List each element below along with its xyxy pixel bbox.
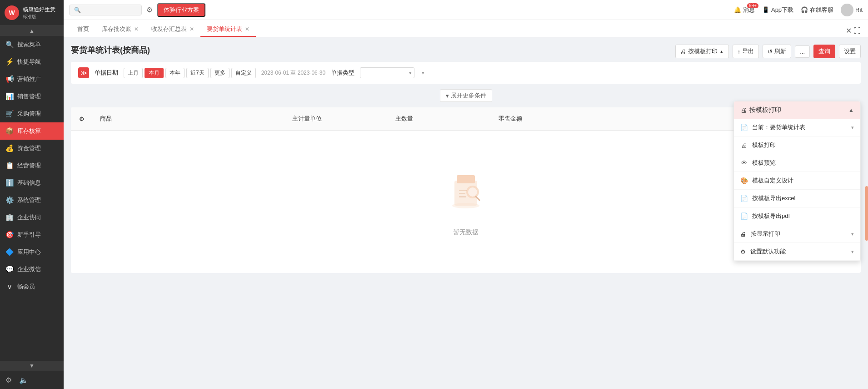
chevron-down-icon: ▼ xyxy=(29,363,35,369)
dropdown-header: 🖨 按模板打印 ▲ xyxy=(734,101,860,119)
printer-icon: 🖨 xyxy=(680,48,686,55)
excel-icon: 📄 xyxy=(740,195,748,202)
print-template-icon: 🖨 xyxy=(740,141,748,149)
user-avatar-button[interactable]: Rit xyxy=(841,4,863,16)
dropdown-current-template[interactable]: 📄 当前：要货单统计表 ▾ xyxy=(734,119,860,136)
tab-batch[interactable]: 库存批次账 ✕ xyxy=(95,22,145,37)
topbar-gear-icon[interactable]: ⚙ xyxy=(146,5,153,14)
sidebar-item-operations[interactable]: 📋 经营管理 xyxy=(0,157,64,174)
type-select-chevron: ▾ xyxy=(422,70,424,76)
sidebar-item-apps[interactable]: 🔷 应用中心 xyxy=(0,243,64,261)
date-this-year[interactable]: 本年 xyxy=(165,68,185,78)
tab-receipts[interactable]: 收发存汇总表 ✕ xyxy=(145,22,200,37)
tab-expand-icon[interactable]: ⛶ xyxy=(853,27,861,35)
dropdown-template-print[interactable]: 🖨 模板打印 xyxy=(734,136,860,154)
member-icon: V xyxy=(5,283,14,290)
type-select[interactable] xyxy=(360,67,414,78)
sidebar-item-enterprise[interactable]: 🏢 企业协同 xyxy=(0,209,64,226)
type-select-wrapper[interactable] xyxy=(360,67,414,78)
refresh-button[interactable]: ↺ 刷新 xyxy=(763,45,791,58)
chevron-up-icon: ▲ xyxy=(29,28,35,34)
table-settings-icon[interactable]: ⚙ xyxy=(79,116,85,122)
content-area: 要货单统计表(按商品) ≫ 单据日期 上月 本月 本年 近7天 更多 自定义 2… xyxy=(64,37,868,389)
app-download-button[interactable]: 📱 App下载 xyxy=(762,6,793,14)
sidebar-item-member[interactable]: V 畅会员 xyxy=(0,278,64,295)
more-dots-icon: ... xyxy=(800,48,805,55)
svg-rect-6 xyxy=(459,190,467,191)
print-button[interactable]: 🖨 按模板打印 ▲ xyxy=(675,45,729,58)
dropdown-export-excel[interactable]: 📄 按模板导出excel xyxy=(734,190,860,207)
filter-expand-button[interactable]: ≫ xyxy=(78,67,89,78)
filter-bar: ≫ 单据日期 上月 本月 本年 近7天 更多 自定义 2023-06-01 至 … xyxy=(71,62,861,84)
export-button[interactable]: ↑ 导出 xyxy=(733,45,759,58)
display-print-left: 🖨 按显示打印 xyxy=(740,230,780,238)
building-icon: 🏢 xyxy=(5,213,14,222)
action-bar: 🖨 按模板打印 ▲ ↑ 导出 ↺ 刷新 ... 查询 设置 xyxy=(675,45,861,58)
tab-order-stats[interactable]: 要货单统计表 ✕ xyxy=(200,22,256,37)
template-icon: 📄 xyxy=(740,124,748,131)
topbar-search-box[interactable]: 🔍 xyxy=(69,5,142,15)
sidebar-item-search[interactable]: 🔍 搜索菜单 xyxy=(0,36,64,53)
settings-button[interactable]: 设置 xyxy=(839,45,861,58)
speaker-icon[interactable]: 🔈 xyxy=(19,376,28,384)
sidebar-item-label: 销售管理 xyxy=(17,92,41,101)
tab-home[interactable]: 首页 xyxy=(71,22,95,37)
more-button[interactable]: ... xyxy=(795,45,810,58)
tab-batch-close[interactable]: ✕ xyxy=(134,26,139,32)
sidebar-item-label: 经营管理 xyxy=(17,162,41,170)
tab-order-stats-close[interactable]: ✕ xyxy=(245,26,249,32)
sidebar-scroll-down[interactable]: ▼ xyxy=(0,361,64,371)
display-print-chevron-icon: ▾ xyxy=(851,231,854,237)
right-scrollbar[interactable] xyxy=(865,186,868,241)
tab-order-stats-label: 要货单统计表 xyxy=(207,25,242,33)
date-custom[interactable]: 自定义 xyxy=(231,68,256,78)
sidebar-item-wechat[interactable]: 💬 企业微信 xyxy=(0,261,64,278)
tab-receipts-close[interactable]: ✕ xyxy=(190,26,194,32)
sidebar-item-finance[interactable]: 💰 资金管理 xyxy=(0,140,64,157)
sidebar-item-quick-nav[interactable]: ⚡ 快捷导航 xyxy=(0,53,64,71)
query-button[interactable]: 查询 xyxy=(813,45,835,58)
col-product: 商品 xyxy=(93,111,285,126)
wechat-icon: 💬 xyxy=(5,265,14,273)
settings-bottom-icon[interactable]: ⚙ xyxy=(5,376,12,384)
date-7days[interactable]: 近7天 xyxy=(186,68,209,78)
date-last-month[interactable]: 上月 xyxy=(124,68,143,78)
search-icon: 🔍 xyxy=(74,7,81,13)
export-icon: ↑ xyxy=(738,48,741,55)
design-icon: 🎨 xyxy=(740,177,748,184)
col-settings[interactable]: ⚙ xyxy=(71,112,93,126)
tab-batch-label: 库存批次账 xyxy=(102,25,131,33)
messages-button[interactable]: 🔔 消息 99+ xyxy=(734,6,755,14)
date-more[interactable]: 更多 xyxy=(210,68,229,78)
dropdown-export-pdf[interactable]: 📄 按模板导出pdf xyxy=(734,207,860,225)
dropdown-template-design[interactable]: 🎨 模板自定义设计 xyxy=(734,172,860,190)
dropdown-set-default[interactable]: ⚙ 设置默认功能 ▾ xyxy=(734,243,860,261)
tab-close-icon[interactable]: ✕ xyxy=(846,26,852,35)
type-filter-label: 单据类型 xyxy=(331,69,354,77)
megaphone-icon: 📢 xyxy=(5,75,14,83)
app-download-label: App下载 xyxy=(771,6,793,14)
dropdown-chevron-up-icon[interactable]: ▲ xyxy=(848,107,854,113)
sidebar-item-label: 资金管理 xyxy=(17,144,41,152)
expand-more-button[interactable]: ▾ 展开更多条件 xyxy=(440,89,492,102)
sidebar-item-inventory[interactable]: 📦 库存核算 xyxy=(0,122,64,140)
clipboard-icon: 📋 xyxy=(5,162,14,170)
sidebar-item-label: 系统管理 xyxy=(17,196,41,204)
trial-button[interactable]: 体验行业方案 xyxy=(157,3,205,17)
online-service-button[interactable]: 🎧 在线客服 xyxy=(801,6,833,14)
dropdown-template-preview[interactable]: 👁 模板预览 xyxy=(734,154,860,172)
sidebar-item-label: 营销推广 xyxy=(17,75,41,83)
sidebar-item-sales[interactable]: 📊 销售管理 xyxy=(0,88,64,105)
col-quantity: 主数量 xyxy=(388,111,491,126)
sidebar-item-purchase[interactable]: 🛒 采购管理 xyxy=(0,105,64,122)
sidebar-scroll-up[interactable]: ▲ xyxy=(0,26,64,36)
dropdown-display-print[interactable]: 🖨 按显示打印 ▾ xyxy=(734,225,860,243)
money-icon: 💰 xyxy=(5,144,14,152)
sidebar-item-system[interactable]: ⚙️ 系统管理 xyxy=(0,192,64,209)
sidebar-item-marketing[interactable]: 📢 营销推广 xyxy=(0,71,64,88)
date-this-month[interactable]: 本月 xyxy=(145,68,164,78)
sidebar-item-guide[interactable]: 🎯 新手引导 xyxy=(0,226,64,243)
export-pdf-label: 按模板导出pdf xyxy=(752,212,790,220)
apps-icon: 🔷 xyxy=(5,248,14,256)
sidebar-item-basic[interactable]: ℹ️ 基础信息 xyxy=(0,174,64,192)
